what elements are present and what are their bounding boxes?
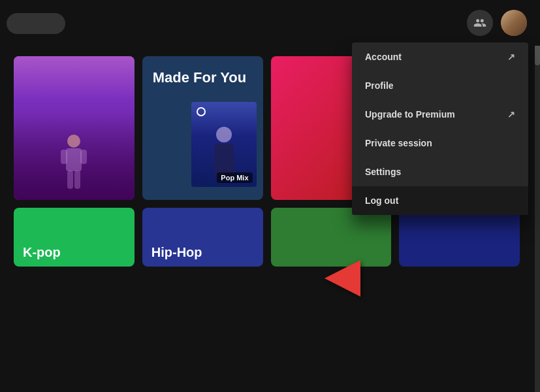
avatar <box>501 10 527 36</box>
upgrade-external-icon: ↗ <box>507 109 515 120</box>
account-label: Account <box>365 52 402 62</box>
dropdown-upgrade[interactable]: Upgrade to Premium ↗ <box>352 100 528 129</box>
private-label: Private session <box>365 138 432 148</box>
card-kpop[interactable]: K-pop <box>14 208 135 267</box>
card-purple-image <box>14 56 135 200</box>
topbar <box>0 0 540 46</box>
concert-figure <box>54 131 93 190</box>
profile-label: Profile <box>365 80 394 91</box>
dropdown-private[interactable]: Private session <box>352 129 528 157</box>
dropdown-logout[interactable]: Log out <box>352 186 528 215</box>
pill-button[interactable] <box>7 13 65 34</box>
upgrade-label: Upgrade to Premium <box>365 109 455 120</box>
svg-rect-4 <box>67 171 73 189</box>
logout-label: Log out <box>365 195 398 206</box>
kpop-label: K-pop <box>23 245 61 260</box>
svg-rect-1 <box>66 148 82 171</box>
svg-rect-5 <box>74 171 80 189</box>
scrollbar[interactable] <box>535 0 540 392</box>
card-row2-3[interactable] <box>271 208 392 267</box>
hiphop-label: Hip-Hop <box>151 245 202 260</box>
card-made-for-you[interactable]: Made For You Pop Mix <box>142 56 263 200</box>
user-dropdown-menu: Account ↗ Profile Upgrade to Premium ↗ P… <box>352 42 528 215</box>
dot-icon <box>197 107 206 116</box>
svg-point-6 <box>216 127 232 142</box>
dropdown-settings[interactable]: Settings <box>352 157 528 186</box>
svg-rect-3 <box>80 150 87 164</box>
arrow-shape <box>325 260 360 297</box>
settings-label: Settings <box>365 167 401 177</box>
svg-rect-2 <box>61 150 67 164</box>
card-hiphop[interactable]: Hip-Hop <box>142 208 263 267</box>
svg-point-0 <box>67 135 80 148</box>
card-purple[interactable] <box>14 56 135 200</box>
made-for-you-title: Made For You <box>153 69 253 86</box>
svg-rect-7 <box>214 144 234 176</box>
people-icon <box>473 16 486 29</box>
artwork-container: Pop Mix <box>185 102 263 200</box>
dropdown-profile[interactable]: Profile <box>352 71 528 100</box>
account-external-icon: ↗ <box>507 52 515 62</box>
pop-mix-card: Pop Mix <box>191 102 257 187</box>
dropdown-account[interactable]: Account ↗ <box>352 42 528 71</box>
pop-mix-label: Pop Mix <box>217 172 252 183</box>
arrow-indicator <box>325 260 360 297</box>
avatar-button[interactable] <box>501 10 527 36</box>
friends-button[interactable] <box>467 10 493 36</box>
card-row2-4[interactable] <box>399 208 520 267</box>
